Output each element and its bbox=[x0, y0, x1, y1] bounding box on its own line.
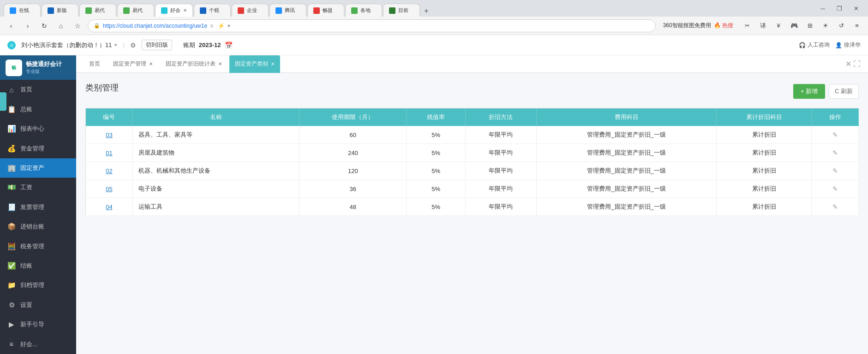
minimize-button[interactable]: ─ bbox=[814, 0, 831, 17]
home-icon: ⌂ bbox=[7, 86, 16, 94]
browser-tab-6-text: 个税 bbox=[209, 7, 219, 14]
row-0-depreciation: 累计折旧 bbox=[717, 126, 812, 144]
row-1-edit-button[interactable]: ✎ bbox=[832, 149, 838, 156]
toolbar-icons: ✂ 译 ¥ 🎮 ⊞ ☀ ↺ ≡ bbox=[741, 19, 863, 32]
row-3-edit-button[interactable]: ✎ bbox=[832, 185, 838, 192]
page-tab-home-label: 首页 bbox=[89, 60, 100, 68]
row-2-code[interactable]: 02 bbox=[106, 168, 112, 174]
url-bar[interactable]: 🔒 https://cloud.chanjet.com/accounting/u… bbox=[88, 19, 656, 32]
user-area: 👤 徐泽华 bbox=[835, 41, 861, 49]
forward-button[interactable]: › bbox=[21, 19, 34, 32]
bookmark-button[interactable]: ☆ bbox=[71, 19, 84, 32]
browser-tab-5-close[interactable]: ✕ bbox=[183, 8, 187, 13]
browser-tab-10[interactable]: 各地 bbox=[345, 4, 382, 17]
sidebar-item-tax[interactable]: 🧮 税务管理 bbox=[0, 236, 76, 256]
float-panel-button[interactable] bbox=[0, 92, 6, 111]
switch-version-button[interactable]: 切到旧版 bbox=[142, 40, 172, 50]
row-4-code[interactable]: 04 bbox=[106, 204, 112, 210]
row-1-expense: 管理费用_固定资产折旧_一级 bbox=[536, 144, 716, 162]
row-2-edit-button[interactable]: ✎ bbox=[832, 167, 838, 174]
page-tab-categories[interactable]: 固定资产类别 ✕ bbox=[229, 55, 280, 73]
game-icon[interactable]: 🎮 bbox=[788, 19, 801, 32]
browser-tab-7[interactable]: 企业 bbox=[232, 4, 269, 17]
browser-tab-3[interactable]: 易代 bbox=[79, 4, 116, 17]
page-tab-home[interactable]: 首页 bbox=[84, 55, 106, 73]
row-3-code[interactable]: 05 bbox=[106, 186, 112, 192]
calendar-icon[interactable]: 📅 bbox=[225, 42, 233, 49]
row-3-expense: 管理费用_固定资产折旧_一级 bbox=[536, 180, 716, 198]
url-chevron-icon[interactable]: ▾ bbox=[227, 23, 230, 29]
coin-icon[interactable]: ¥ bbox=[772, 19, 785, 32]
tab-extra-controls: ✕ ⛶ bbox=[845, 60, 861, 68]
user-avatar-icon: 👤 bbox=[835, 42, 842, 48]
new-tab-button[interactable]: + bbox=[421, 6, 432, 17]
sidebar-label-guide: 新手引导 bbox=[20, 320, 44, 329]
tab-expand-icon[interactable]: ⛶ bbox=[853, 60, 861, 68]
url-text: https://cloud.chanjet.com/accounting/uw1… bbox=[103, 23, 207, 29]
sidebar-item-payroll[interactable]: 💵 工资 bbox=[0, 178, 76, 197]
scissors-icon[interactable]: ✂ bbox=[741, 19, 754, 32]
browser-tab-11[interactable]: 目前 bbox=[383, 4, 420, 17]
row-0-edit-button[interactable]: ✎ bbox=[832, 131, 838, 138]
row-1-code[interactable]: 01 bbox=[106, 150, 112, 156]
page-tab-depreciation[interactable]: 固定资产折旧统计表 ✕ bbox=[160, 55, 227, 73]
browser-tab-1[interactable]: 在线 bbox=[4, 4, 41, 17]
refresh-button[interactable]: C 刷新 bbox=[829, 84, 859, 99]
page-tab-fixed-mgmt[interactable]: 固定资产管理 ✕ bbox=[108, 55, 158, 73]
browser-tab-5[interactable]: 好会 ✕ bbox=[155, 4, 193, 17]
row-4-edit-button[interactable]: ✎ bbox=[832, 203, 838, 210]
browser-tab-2[interactable]: 新版 bbox=[42, 4, 78, 17]
sidebar-item-funds[interactable]: 💰 资金管理 bbox=[0, 138, 76, 158]
row-4-name: 运输工具 bbox=[132, 198, 299, 216]
funds-icon: 💰 bbox=[7, 144, 16, 153]
translate-icon[interactable]: 译 bbox=[756, 19, 769, 32]
sidebar-item-more[interactable]: ≡ 好会... bbox=[0, 335, 76, 354]
sidebar-item-guide[interactable]: ▶ 新手引导 bbox=[0, 315, 76, 334]
sidebar-item-settings[interactable]: ⚙ 设置 bbox=[0, 295, 76, 315]
row-0-code[interactable]: 03 bbox=[106, 132, 112, 138]
col-header-expense: 费用科目 bbox=[536, 108, 716, 126]
tab-favicon-1 bbox=[10, 7, 16, 14]
col-header-method: 折旧方法 bbox=[466, 108, 537, 126]
maximize-button[interactable]: ❐ bbox=[831, 0, 848, 17]
sidebar-item-inventory[interactable]: 📦 进销台账 bbox=[0, 217, 76, 236]
undo-icon[interactable]: ↺ bbox=[835, 19, 848, 32]
tab-favicon-4 bbox=[123, 7, 130, 14]
browser-tab-4[interactable]: 易代 bbox=[117, 4, 154, 17]
fixed-assets-icon: 🏢 bbox=[7, 164, 16, 172]
add-button[interactable]: + 新增 bbox=[793, 84, 825, 99]
row-2-depreciation: 累计折旧 bbox=[717, 162, 812, 180]
row-4-expense: 管理费用_固定资产折旧_一级 bbox=[536, 198, 716, 216]
table-header-row: 编号 名称 使用期限（月） 残值率 折旧方法 费用科目 累计折旧科目 操作 bbox=[86, 108, 859, 126]
browser-tab-6[interactable]: 个税 bbox=[194, 4, 231, 17]
back-button[interactable]: ‹ bbox=[5, 19, 18, 32]
sidebar-item-invoice[interactable]: 🧾 发票管理 bbox=[0, 198, 76, 217]
settings-icon[interactable]: ⚙ bbox=[130, 42, 136, 49]
tab-close-icon[interactable]: ✕ bbox=[845, 60, 851, 68]
sidebar-item-archive[interactable]: 📁 归档管理 bbox=[0, 276, 76, 295]
sidebar-item-reports[interactable]: 📊 报表中心 bbox=[0, 119, 76, 138]
url-dropdown-icon[interactable]: ⚡ bbox=[218, 23, 225, 29]
close-fixed-mgmt-tab[interactable]: ✕ bbox=[149, 61, 153, 66]
home-button[interactable]: ⌂ bbox=[54, 19, 67, 32]
close-depreciation-tab[interactable]: ✕ bbox=[218, 61, 222, 66]
sidebar-item-ledger[interactable]: 📋 总账 bbox=[0, 99, 76, 119]
grid-icon[interactable]: ⊞ bbox=[803, 19, 816, 32]
sidebar-label-inventory: 进销台账 bbox=[20, 222, 44, 231]
browser-tab-8[interactable]: 腾讯 bbox=[269, 4, 306, 17]
sidebar-item-home[interactable]: ⌂ 首页 bbox=[0, 80, 76, 99]
menu-icon[interactable]: ≡ bbox=[850, 19, 863, 32]
close-categories-tab[interactable]: ✕ bbox=[271, 61, 275, 66]
col-header-depreciation: 累计折旧科目 bbox=[717, 108, 812, 126]
url-bar-expander: ≡ bbox=[210, 23, 213, 29]
sun-icon[interactable]: ☀ bbox=[819, 19, 832, 32]
reload-button[interactable]: ↻ bbox=[38, 19, 51, 32]
sidebar-item-checkout[interactable]: ✅ 结账 bbox=[0, 256, 76, 276]
consult-label[interactable]: 人工咨询 bbox=[808, 41, 830, 49]
tab-favicon-11 bbox=[389, 7, 395, 14]
user-dropdown-icon[interactable]: ▾ bbox=[114, 42, 117, 48]
row-2-method: 年限平均 bbox=[466, 162, 537, 180]
browser-tab-9[interactable]: 畅提 bbox=[307, 4, 344, 17]
sidebar-item-fixed-assets[interactable]: 🏢 固定资产 bbox=[0, 158, 76, 178]
close-button[interactable]: ✕ bbox=[848, 0, 864, 17]
